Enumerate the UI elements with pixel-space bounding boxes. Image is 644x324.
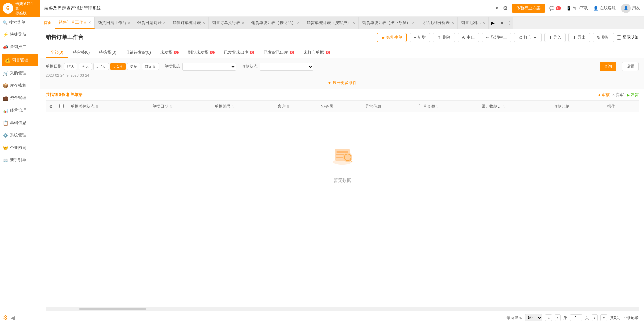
filter-payment-select[interactable] <box>260 63 313 71</box>
tab-cash-reconcile[interactable]: 钱货日清对账 ✕ <box>134 17 169 29</box>
th-customer[interactable]: 客户 <box>274 101 318 112</box>
cancel-pause-button[interactable]: ↩ 取消中止 <box>482 33 511 42</box>
th-date[interactable]: 单据日期 <box>149 101 211 112</box>
import-button[interactable]: ⬆ 导入 <box>544 33 566 42</box>
tab-cash-clear[interactable]: 钱货日清工作台 ✕ <box>95 17 134 29</box>
query-button[interactable]: 查询 <box>600 62 616 71</box>
page-size-select[interactable]: 10 20 50 100 <box>525 314 542 321</box>
subtab-overdue-unshipped[interactable]: 到期未发货 0 <box>183 48 219 58</box>
revoke-button[interactable]: ○ 弃审 <box>612 92 624 98</box>
print-button[interactable]: 🖨 打印 ▼ <box>514 33 542 42</box>
tab-close-sales-gross[interactable]: ✕ <box>482 21 485 25</box>
prev-page-button[interactable]: ‹ <box>555 314 561 321</box>
tab-sales-gross[interactable]: 销售毛利… ✕ <box>458 17 489 29</box>
sidebar-item-finance[interactable]: 💼 资金管理 <box>0 92 40 104</box>
sidebar-item-operation[interactable]: 📊 经营管理 <box>0 104 40 117</box>
subtab-pending-review[interactable]: 待审核(0) <box>68 48 95 58</box>
scroll-thumb[interactable] <box>79 308 146 310</box>
tab-close-sales-order[interactable]: ✕ <box>88 21 91 24</box>
topbar-dropdown-icon[interactable]: ▼ <box>495 6 499 11</box>
tab-sales-exec[interactable]: 销售订单执行表 ✕ <box>209 17 248 29</box>
audit-button[interactable]: ● 审核 <box>598 92 610 98</box>
delete-button[interactable]: 🗑 删除 <box>433 33 455 42</box>
show-detail-checkbox[interactable] <box>617 35 621 40</box>
first-page-button[interactable]: « <box>545 314 552 321</box>
tab-sales-staff[interactable]: 销货单统计表（按业务员） ✕ <box>359 17 418 29</box>
horizontal-scrollbar[interactable] <box>46 307 639 311</box>
export-button[interactable]: ⬇ 导出 <box>568 33 590 42</box>
subtab-unprinted[interactable]: 未打印单据 0 <box>299 48 335 58</box>
tab-sales-goods[interactable]: 销货单统计表（按商品） ✕ <box>248 17 303 29</box>
filter-date-7days[interactable]: 近7天 <box>93 63 109 70</box>
th-collected[interactable]: 累计收款… <box>478 101 550 112</box>
th-ratio[interactable]: 收款比例 <box>550 101 604 112</box>
trial-button[interactable]: 体验行业方案 <box>512 4 545 13</box>
sidebar-item-purchase[interactable]: 🛒 采购管理 <box>0 67 40 79</box>
tab-sales-order[interactable]: 销售订单工作台 ✕ <box>55 17 95 29</box>
th-amount[interactable]: 订单金额 <box>416 101 478 112</box>
tab-close-cash-clear[interactable]: ✕ <box>128 21 130 25</box>
pause-button[interactable]: ⊗ 中止 <box>458 33 479 42</box>
subtab-shipped-not-out[interactable]: 已发货未出库 0 <box>219 48 259 58</box>
expand-conditions-button[interactable]: ▼ 展开更多条件 <box>328 80 357 86</box>
tab-close-sales-goods[interactable]: ✕ <box>297 21 300 25</box>
select-all-checkbox[interactable] <box>59 104 64 108</box>
sidebar-settings-button[interactable]: ⚙ <box>3 314 8 321</box>
tab-close-cash-reconcile[interactable]: ✕ <box>163 21 166 25</box>
th-status[interactable]: 单据整体状态 <box>67 101 149 112</box>
add-button[interactable]: + 新增 <box>410 33 430 42</box>
user-item[interactable]: 👤 用友 <box>621 4 640 13</box>
settings-button[interactable]: 设置 <box>622 62 639 71</box>
tab-close-gross-profit[interactable]: ✕ <box>451 21 454 25</box>
sidebar-item-system[interactable]: ⚙️ 系统管理 <box>0 129 40 141</box>
sidebar-search[interactable]: 🔍 搜索菜单 <box>0 17 40 28</box>
refresh-button[interactable]: ↻ 刷新 <box>593 33 614 42</box>
subtab-pending-pick[interactable]: 待拣货(0) <box>94 48 121 58</box>
subtab-unshipped[interactable]: 未发货 0 <box>156 48 183 58</box>
sidebar-item-basic[interactable]: 📋 基础信息 <box>0 117 40 129</box>
tab-close-all[interactable]: ✕ <box>500 20 504 26</box>
filter-date-1month[interactable]: 近1月 <box>110 63 126 70</box>
th-exception[interactable]: 异常信息 <box>362 101 416 112</box>
th-settings[interactable]: ⚙ <box>46 101 56 112</box>
tab-close-sales-customer[interactable]: ✕ <box>352 21 355 25</box>
tab-gross-profit[interactable]: 商品毛利分析表 ✕ <box>418 17 458 29</box>
subtab-all[interactable]: 全部(0) <box>46 48 68 58</box>
filter-date-today[interactable]: 今天 <box>79 63 92 70</box>
app-download-item[interactable]: 📱 App下载 <box>566 5 588 11</box>
sidebar-item-inventory[interactable]: 📦 库存核算 <box>0 79 40 92</box>
th-salesman[interactable]: 业务员 <box>318 101 362 112</box>
filter-date-yesterday[interactable]: 昨天 <box>64 63 77 70</box>
tab-close-sales-staff[interactable]: ✕ <box>412 21 415 25</box>
sidebar-item-sales[interactable]: 💰 销售管理 <box>2 54 38 66</box>
th-checkbox[interactable] <box>56 101 67 112</box>
filter-date-custom[interactable]: 自定义 <box>142 63 159 70</box>
filter-status-select[interactable] <box>182 63 236 71</box>
sidebar-item-quicknav[interactable]: ⚡ 快捷导航 <box>0 28 40 41</box>
tab-home[interactable]: 首页 <box>40 17 55 29</box>
tab-sales-customer[interactable]: 销货单统计表（按客户） ✕ <box>303 17 359 29</box>
tab-sales-stat[interactable]: 销售订单统计表 ✕ <box>169 17 209 29</box>
message-icon-item[interactable]: 💬 6 <box>549 6 561 11</box>
sidebar-item-marketing[interactable]: 📣 营销推广 <box>0 41 40 53</box>
subtab-shipped-out[interactable]: 已发货已出库 0 <box>259 48 299 58</box>
tab-expand[interactable]: ⛶ <box>505 20 510 26</box>
next-page-button[interactable]: › <box>592 314 598 321</box>
subtab-wangpu-ship[interactable]: 旺铺待发货(0) <box>121 48 156 58</box>
filter-date-more[interactable]: 更多 <box>127 63 140 70</box>
sidebar-item-guide[interactable]: 📖 新手引导 <box>0 154 40 166</box>
last-page-button[interactable]: » <box>600 314 607 321</box>
online-service-item[interactable]: 👤 在线客服 <box>593 5 616 11</box>
topbar-settings-icon[interactable]: ⚙ <box>503 5 508 11</box>
ship-button[interactable]: ▶ 发货 <box>627 92 639 98</box>
sidebar-item-corp[interactable]: 🤝 企业协同 <box>0 141 40 154</box>
smart-create-button[interactable]: ★ 智能生单 <box>377 33 407 42</box>
show-detail-checkbox-label[interactable]: 显示明细 <box>617 35 639 40</box>
tab-close-sales-stat[interactable]: ✕ <box>202 21 205 25</box>
tab-more-button[interactable]: ▶ <box>489 17 497 29</box>
sidebar-collapse-button[interactable]: ◀ <box>11 315 15 321</box>
page-number-input[interactable] <box>570 314 582 321</box>
th-action[interactable]: 操作 <box>604 101 639 112</box>
th-number[interactable]: 单据编号 <box>211 101 274 112</box>
tab-close-sales-exec[interactable]: ✕ <box>242 21 244 25</box>
